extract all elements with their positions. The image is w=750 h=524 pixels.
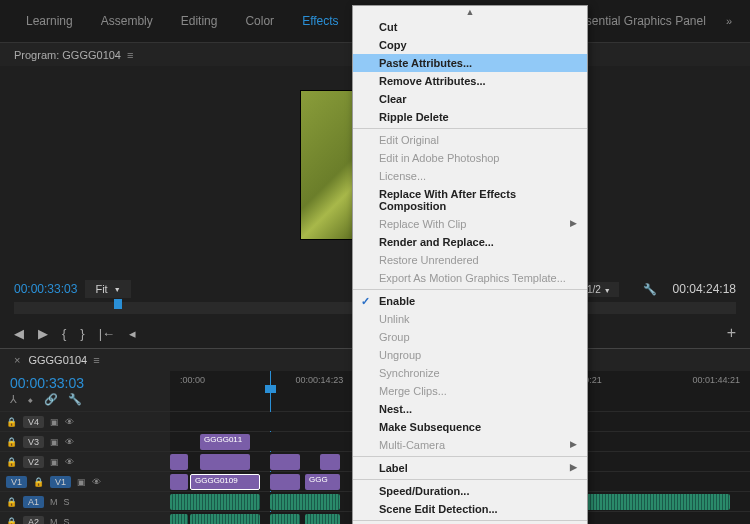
menu-item-edit-original: Edit Original xyxy=(353,131,587,149)
menu-item-replace-with-after-effects-composition[interactable]: Replace With After Effects Composition xyxy=(353,185,587,215)
menu-item-render-and-replace[interactable]: Render and Replace... xyxy=(353,233,587,251)
menu-item-enable[interactable]: Enable✓ xyxy=(353,292,587,310)
track-label[interactable]: A2 xyxy=(23,516,44,525)
menu-item-ripple-delete[interactable]: Ripple Delete xyxy=(353,108,587,126)
eye-icon[interactable]: 👁 xyxy=(65,437,74,447)
overflow-icon[interactable]: » xyxy=(726,15,732,27)
toggle-icon[interactable]: ▣ xyxy=(50,437,59,447)
menu-item-speed-duration[interactable]: Speed/Duration... xyxy=(353,482,587,500)
wrench-icon[interactable]: 🔧 xyxy=(68,393,82,406)
clip[interactable] xyxy=(270,454,300,470)
eye-icon[interactable]: 👁 xyxy=(92,477,101,487)
check-icon: ✓ xyxy=(361,295,370,308)
menu-separator xyxy=(353,456,587,457)
add-button-icon[interactable]: + xyxy=(727,324,736,342)
audio-clip[interactable] xyxy=(305,514,340,524)
track-label[interactable]: V1 xyxy=(50,476,71,488)
menu-item-edit-in-adobe-photoshop: Edit in Adobe Photoshop xyxy=(353,149,587,167)
solo-icon[interactable]: S xyxy=(64,497,70,507)
step-back-icon[interactable]: ◂ xyxy=(129,326,136,341)
mute-icon[interactable]: M xyxy=(50,517,58,525)
solo-icon[interactable]: S xyxy=(64,517,70,525)
settings-icon[interactable]: 🔧 xyxy=(643,283,657,296)
track-target[interactable]: V1 xyxy=(6,476,27,488)
audio-clip[interactable] xyxy=(170,494,260,510)
toggle-icon[interactable]: ▣ xyxy=(77,477,86,487)
menu-scroll-up-icon[interactable]: ▲ xyxy=(353,6,587,18)
clip[interactable] xyxy=(170,474,188,490)
mark-out-icon[interactable]: ▶ xyxy=(38,326,48,341)
go-to-in-icon[interactable]: |← xyxy=(99,326,115,341)
audio-clip[interactable] xyxy=(270,514,300,524)
clip[interactable] xyxy=(320,454,340,470)
menu-separator xyxy=(353,128,587,129)
menu-item-cut[interactable]: Cut xyxy=(353,18,587,36)
menu-item-merge-clips: Merge Clips... xyxy=(353,382,587,400)
clip[interactable]: GGG xyxy=(305,474,340,490)
zoom-select[interactable]: Fit ▼ xyxy=(85,280,130,298)
audio-clip[interactable] xyxy=(170,514,188,524)
panel-menu-icon[interactable]: ≡ xyxy=(127,49,133,61)
menu-separator xyxy=(353,520,587,521)
clip-selected[interactable]: GGGG0109 xyxy=(190,474,260,490)
menu-separator xyxy=(353,479,587,480)
context-menu: ▲ CutCopyPaste Attributes...Remove Attri… xyxy=(352,5,588,524)
toggle-icon[interactable]: ▣ xyxy=(50,457,59,467)
menu-item-multi-camera: Multi-Camera▶ xyxy=(353,436,587,454)
lock-icon[interactable]: 🔒 xyxy=(6,517,17,525)
menu-item-make-subsequence[interactable]: Make Subsequence xyxy=(353,418,587,436)
program-title: Program: GGGG0104 xyxy=(14,49,121,61)
toggle-icon[interactable]: ▣ xyxy=(50,417,59,427)
audio-clip[interactable] xyxy=(570,494,730,510)
mark-in-button[interactable]: { xyxy=(62,326,66,341)
track-label[interactable]: A1 xyxy=(23,496,44,508)
marker-icon[interactable]: ⬥ xyxy=(27,393,34,406)
track-label[interactable]: V3 xyxy=(23,436,44,448)
link-icon[interactable]: 🔗 xyxy=(44,393,58,406)
sequence-tab[interactable]: GGGG0104 xyxy=(28,354,87,366)
lock-icon[interactable]: 🔒 xyxy=(6,417,17,427)
mark-out-button[interactable]: } xyxy=(80,326,84,341)
clip[interactable] xyxy=(170,454,188,470)
menu-item-copy[interactable]: Copy xyxy=(353,36,587,54)
lock-icon[interactable]: 🔒 xyxy=(6,497,17,507)
ws-tab-editing[interactable]: Editing xyxy=(167,8,232,34)
clip[interactable]: GGGG011 xyxy=(200,434,250,450)
lock-icon[interactable]: 🔒 xyxy=(33,477,44,487)
mute-icon[interactable]: M xyxy=(50,497,58,507)
ws-tab-color[interactable]: Color xyxy=(231,8,288,34)
ws-tab-effects[interactable]: Effects xyxy=(288,8,352,34)
ws-tab-assembly[interactable]: Assembly xyxy=(87,8,167,34)
timeline-timecode[interactable]: 00:00:33:03 xyxy=(10,375,160,391)
menu-item-paste-attributes[interactable]: Paste Attributes... xyxy=(353,54,587,72)
audio-clip[interactable] xyxy=(270,494,340,510)
timecode-duration: 00:04:24:18 xyxy=(673,282,736,296)
submenu-icon: ▶ xyxy=(570,462,577,472)
close-tab-icon[interactable]: × xyxy=(14,354,20,366)
track-label[interactable]: V4 xyxy=(23,416,44,428)
clip[interactable] xyxy=(200,454,250,470)
menu-item-remove-attributes[interactable]: Remove Attributes... xyxy=(353,72,587,90)
lock-icon[interactable]: 🔒 xyxy=(6,437,17,447)
mark-in-icon[interactable]: ◀ xyxy=(14,326,24,341)
menu-item-synchronize: Synchronize xyxy=(353,364,587,382)
eye-icon[interactable]: 👁 xyxy=(65,417,74,427)
clip[interactable] xyxy=(270,474,300,490)
tick: :00:00 xyxy=(180,375,205,385)
ws-tab-learning[interactable]: Learning xyxy=(12,8,87,34)
program-playhead[interactable] xyxy=(114,299,122,309)
snap-icon[interactable]: ⅄ xyxy=(10,393,17,406)
menu-item-label[interactable]: Label▶ xyxy=(353,459,587,477)
submenu-icon: ▶ xyxy=(570,218,577,228)
eye-icon[interactable]: 👁 xyxy=(65,457,74,467)
menu-item-scene-edit-detection[interactable]: Scene Edit Detection... xyxy=(353,500,587,518)
tick: 00:00:14:23 xyxy=(296,375,344,385)
timeline-menu-icon[interactable]: ≡ xyxy=(93,354,99,366)
menu-separator xyxy=(353,289,587,290)
menu-item-nest[interactable]: Nest... xyxy=(353,400,587,418)
audio-clip[interactable] xyxy=(190,514,260,524)
menu-item-clear[interactable]: Clear xyxy=(353,90,587,108)
timecode-current[interactable]: 00:00:33:03 xyxy=(14,282,77,296)
lock-icon[interactable]: 🔒 xyxy=(6,457,17,467)
track-label[interactable]: V2 xyxy=(23,456,44,468)
